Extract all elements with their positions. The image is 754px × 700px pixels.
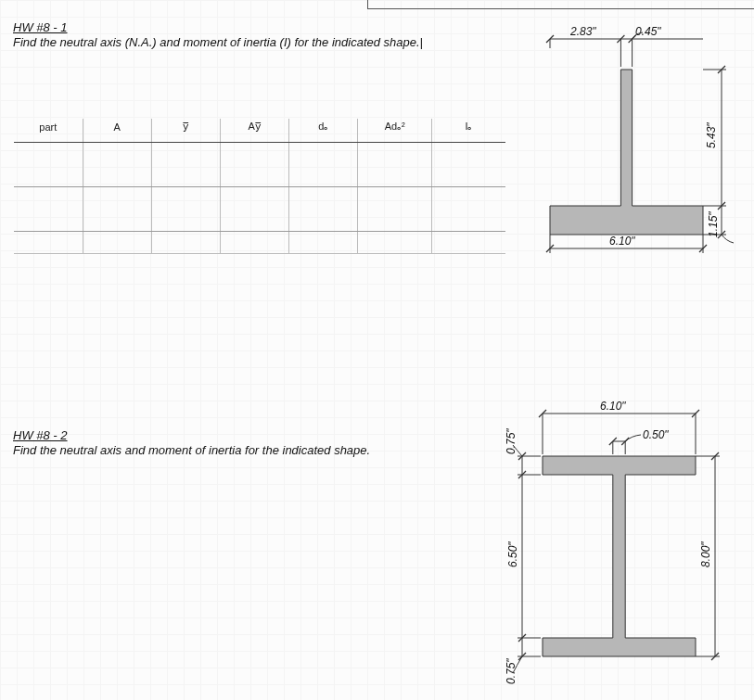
t-section (550, 70, 703, 235)
dim-flange-width: 6.10" (600, 400, 626, 413)
figure-i-beam: 6.10" 0.50" 0.75" 6.50" 0.75" 8.00" (504, 399, 754, 700)
col-part: part (14, 119, 83, 143)
dim-top-half-width: 2.83" (569, 26, 596, 38)
table-header-row: part A y̅ Ay̅ dₒ Adₒ² Iₒ (14, 119, 505, 143)
col-io: Iₒ (431, 119, 505, 143)
dim-total-height: 8.00" (699, 541, 712, 567)
problem-2-title: HW #8 - 2 (13, 428, 68, 442)
dim-base-width: 6.10" (609, 235, 635, 248)
dim-web-height: 5.43" (705, 122, 718, 148)
problem-1-title: HW #8 - 1 (13, 20, 68, 34)
dim-bot-flange-thk: 0.75" (505, 658, 518, 684)
table-row (14, 143, 505, 187)
dim-web-thickness: 0.45" (635, 26, 661, 38)
calc-table: part A y̅ Ay̅ dₒ Adₒ² Iₒ (14, 119, 505, 254)
problem-2-prompt: Find the neutral axis and moment of iner… (13, 443, 370, 457)
figure-t-shape: 2.83" 0.45" 6.10" 5.43" 1.15" (531, 26, 754, 267)
i-section (543, 456, 696, 656)
dim-web-thk: 0.50" (643, 428, 669, 441)
col-aybar: Ay̅ (221, 119, 289, 143)
col-area: A (83, 119, 151, 143)
header-frame (367, 0, 754, 9)
dim-flange-thk: 1.15" (707, 211, 720, 237)
col-ado2: Adₒ² (358, 119, 432, 143)
dim-top-flange-thk: 0.75" (505, 428, 518, 454)
table-row (14, 187, 505, 232)
dim-web-height-2: 6.50" (506, 541, 519, 567)
problem-1-prompt: Find the neutral axis (N.A.) and moment … (13, 35, 423, 49)
table-row (14, 232, 505, 254)
col-do: dₒ (289, 119, 358, 143)
col-ybar: y̅ (151, 119, 220, 143)
